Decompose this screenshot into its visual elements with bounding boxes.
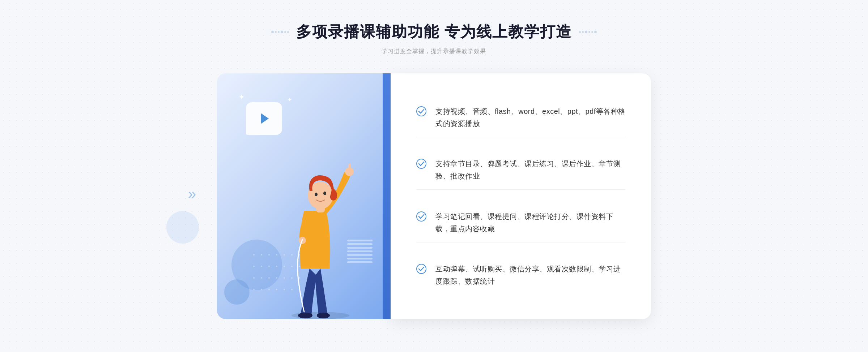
illustration-area: ✦ ✦: [217, 73, 391, 319]
person-illustration: [273, 131, 375, 319]
feature-text-4: 互动弹幕、试听购买、微信分享、观看次数限制、学习进度跟踪、数据统计: [435, 263, 626, 287]
subtitle: 学习进度全掌握，提升录播课教学效果: [271, 48, 597, 55]
left-chevron-decoration: »: [188, 185, 196, 202]
far-left-circle: [166, 211, 199, 244]
svg-point-10: [417, 107, 426, 116]
feature-text-3: 学习笔记回看、课程提问、课程评论打分、课件资料下载，重点内容收藏: [435, 210, 626, 235]
svg-point-8: [315, 193, 318, 196]
check-icon-3: [416, 211, 427, 222]
header-section: 多项录播课辅助功能 专为线上教学打造 学习进度全掌握，提升录播课教学效果: [271, 22, 597, 55]
feature-item-4: 互动弹幕、试听购买、微信分享、观看次数限制、学习进度跟踪、数据统计: [416, 256, 626, 295]
page-container: 多项录播课辅助功能 专为线上教学打造 学习进度全掌握，提升录播课教学效果 ✦ ✦: [0, 0, 868, 352]
svg-point-1: [298, 313, 312, 318]
play-icon: [261, 113, 269, 124]
main-title: 多项录播课辅助功能 专为线上教学打造: [296, 22, 572, 42]
sparkle-left: ✦: [239, 93, 244, 101]
play-bubble: [246, 102, 282, 135]
sparkle-right: ✦: [288, 97, 292, 103]
circle-small: [224, 279, 250, 305]
check-icon-2: [416, 158, 427, 169]
check-icon-1: [416, 106, 427, 117]
title-decoration-left: [271, 31, 289, 33]
feature-text-2: 支持章节目录、弹题考试、课后练习、课后作业、章节测验、批改作业: [435, 158, 626, 182]
title-row: 多项录播课辅助功能 专为线上教学打造: [271, 22, 597, 42]
feature-item-2: 支持章节目录、弹题考试、课后练习、课后作业、章节测验、批改作业: [416, 150, 626, 190]
feature-item-1: 支持视频、音频、flash、word、excel、ppt、pdf等各种格式的资源…: [416, 98, 626, 137]
svg-point-2: [317, 313, 330, 318]
feature-item-3: 学习笔记回看、课程提问、课程评论打分、课件资料下载，重点内容收藏: [416, 203, 626, 242]
svg-point-11: [417, 159, 426, 168]
accent-bar: [383, 73, 391, 319]
features-panel: 支持视频、音频、flash、word、excel、ppt、pdf等各种格式的资源…: [391, 73, 651, 319]
feature-text-1: 支持视频、音频、flash、word、excel、ppt、pdf等各种格式的资源…: [435, 105, 626, 130]
svg-rect-4: [348, 164, 351, 172]
check-icon-4: [416, 263, 427, 274]
content-section: ✦ ✦: [217, 73, 651, 319]
svg-point-12: [417, 212, 426, 221]
title-decoration-right: [579, 31, 597, 33]
svg-point-13: [417, 264, 426, 274]
svg-point-9: [323, 192, 326, 195]
